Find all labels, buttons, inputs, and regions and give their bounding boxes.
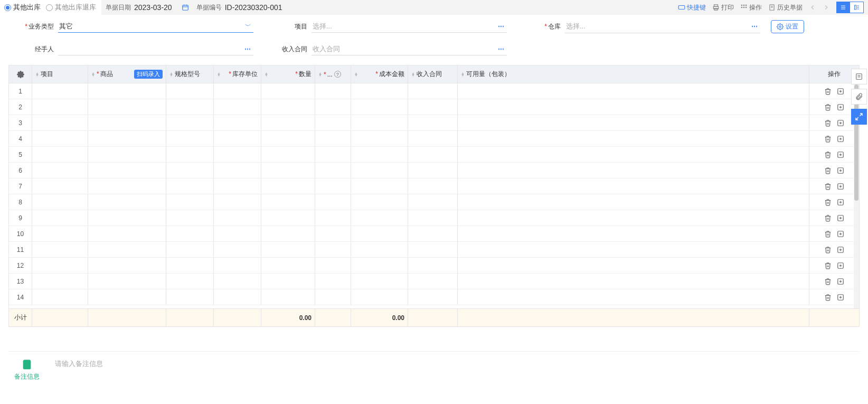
cell-product[interactable] bbox=[88, 258, 166, 273]
cell-unit[interactable] bbox=[214, 115, 261, 130]
delete-row-icon[interactable] bbox=[824, 151, 832, 158]
cell-product[interactable] bbox=[88, 163, 166, 178]
cell-qty[interactable] bbox=[261, 131, 315, 146]
view-detail-button[interactable] bbox=[850, 2, 864, 13]
cell-cost[interactable] bbox=[351, 178, 408, 194]
cell-available[interactable] bbox=[458, 115, 809, 130]
cell-star[interactable] bbox=[315, 210, 351, 226]
th-product[interactable]: ▲▼商品扫码录入 bbox=[88, 65, 166, 83]
cell-cost[interactable] bbox=[351, 242, 408, 257]
cell-spec[interactable] bbox=[166, 194, 214, 210]
delete-row-icon[interactable] bbox=[824, 88, 832, 95]
table-row[interactable]: 13 bbox=[9, 274, 859, 289]
cell-project[interactable] bbox=[32, 115, 88, 130]
cell-project[interactable] bbox=[32, 83, 88, 99]
more-icon[interactable]: ⋯ bbox=[498, 23, 505, 30]
cell-income[interactable] bbox=[408, 242, 458, 257]
table-row[interactable]: 14 bbox=[9, 289, 859, 305]
delete-row-icon[interactable] bbox=[824, 183, 832, 190]
shortcut-button[interactable]: 快捷键 bbox=[678, 3, 706, 12]
cell-available[interactable] bbox=[458, 210, 809, 226]
cell-unit[interactable] bbox=[214, 226, 261, 241]
delete-row-icon[interactable] bbox=[824, 294, 832, 301]
cell-project[interactable] bbox=[32, 178, 88, 194]
cell-income[interactable] bbox=[408, 163, 458, 178]
delete-row-icon[interactable] bbox=[824, 135, 832, 143]
biz-type-input[interactable]: 其它 ﹀ bbox=[58, 20, 253, 33]
cell-available[interactable] bbox=[458, 242, 809, 257]
cell-cost[interactable] bbox=[351, 289, 408, 305]
cell-cost[interactable] bbox=[351, 258, 408, 273]
cell-income[interactable] bbox=[408, 83, 458, 99]
side-expand-button[interactable] bbox=[851, 109, 867, 125]
delete-row-icon[interactable] bbox=[824, 104, 832, 111]
cell-spec[interactable] bbox=[166, 83, 214, 99]
cell-product[interactable] bbox=[88, 99, 166, 115]
add-row-icon[interactable] bbox=[837, 230, 844, 238]
cell-product[interactable] bbox=[88, 115, 166, 130]
cell-qty[interactable] bbox=[261, 289, 315, 305]
more-icon[interactable]: ⋯ bbox=[244, 45, 251, 53]
table-row[interactable]: 3 bbox=[9, 115, 859, 131]
cell-project[interactable] bbox=[32, 274, 88, 289]
project-input[interactable]: 选择... ⋯ bbox=[312, 20, 507, 33]
table-row[interactable]: 4 bbox=[9, 131, 859, 147]
cell-product[interactable] bbox=[88, 178, 166, 194]
cell-cost[interactable] bbox=[351, 163, 408, 178]
more-icon[interactable]: ⋯ bbox=[751, 23, 758, 30]
add-row-icon[interactable] bbox=[837, 278, 844, 285]
cell-qty[interactable] bbox=[261, 99, 315, 115]
cell-product[interactable] bbox=[88, 274, 166, 289]
cell-project[interactable] bbox=[32, 210, 88, 226]
table-row[interactable]: 8 bbox=[9, 194, 859, 210]
cell-project[interactable] bbox=[32, 163, 88, 178]
cell-unit[interactable] bbox=[214, 83, 261, 99]
table-row[interactable]: 7 bbox=[9, 178, 859, 194]
add-row-icon[interactable] bbox=[837, 262, 844, 269]
add-row-icon[interactable] bbox=[837, 151, 844, 158]
cell-cost[interactable] bbox=[351, 274, 408, 289]
cell-spec[interactable] bbox=[166, 178, 214, 194]
th-star[interactable]: ▲▼...? bbox=[315, 65, 351, 83]
cell-product[interactable] bbox=[88, 194, 166, 210]
radio-outbound[interactable]: 其他出库 bbox=[4, 3, 41, 12]
cell-project[interactable] bbox=[32, 289, 88, 305]
cell-product[interactable] bbox=[88, 83, 166, 99]
cell-star[interactable] bbox=[315, 274, 351, 289]
cell-spec[interactable] bbox=[166, 163, 214, 178]
delete-row-icon[interactable] bbox=[824, 119, 832, 127]
cell-available[interactable] bbox=[458, 99, 809, 115]
cell-income[interactable] bbox=[408, 226, 458, 241]
cell-product[interactable] bbox=[88, 147, 166, 162]
cell-income[interactable] bbox=[408, 178, 458, 194]
cell-star[interactable] bbox=[315, 115, 351, 130]
cell-available[interactable] bbox=[458, 194, 809, 210]
date-value[interactable]: 2023-03-20 bbox=[134, 3, 172, 12]
cell-unit[interactable] bbox=[214, 242, 261, 257]
delete-row-icon[interactable] bbox=[824, 246, 832, 253]
cell-qty[interactable] bbox=[261, 178, 315, 194]
cell-star[interactable] bbox=[315, 289, 351, 305]
cell-star[interactable] bbox=[315, 147, 351, 162]
cell-cost[interactable] bbox=[351, 99, 408, 115]
cell-unit[interactable] bbox=[214, 163, 261, 178]
cell-spec[interactable] bbox=[166, 210, 214, 226]
cell-available[interactable] bbox=[458, 289, 809, 305]
cell-income[interactable] bbox=[408, 258, 458, 273]
cell-cost[interactable] bbox=[351, 194, 408, 210]
settings-button[interactable]: 设置 bbox=[771, 20, 804, 33]
cell-spec[interactable] bbox=[166, 131, 214, 146]
cell-income[interactable] bbox=[408, 210, 458, 226]
cell-cost[interactable] bbox=[351, 226, 408, 241]
table-row[interactable]: 2 bbox=[9, 99, 859, 115]
cell-qty[interactable] bbox=[261, 115, 315, 130]
cell-unit[interactable] bbox=[214, 258, 261, 273]
add-row-icon[interactable] bbox=[837, 104, 844, 111]
cell-star[interactable] bbox=[315, 99, 351, 115]
table-row[interactable]: 9 bbox=[9, 210, 859, 226]
cell-unit[interactable] bbox=[214, 210, 261, 226]
th-income[interactable]: ▲▼收入合同 bbox=[408, 65, 458, 83]
cell-income[interactable] bbox=[408, 147, 458, 162]
cell-cost[interactable] bbox=[351, 210, 408, 226]
more-icon[interactable]: ⋯ bbox=[498, 45, 505, 53]
